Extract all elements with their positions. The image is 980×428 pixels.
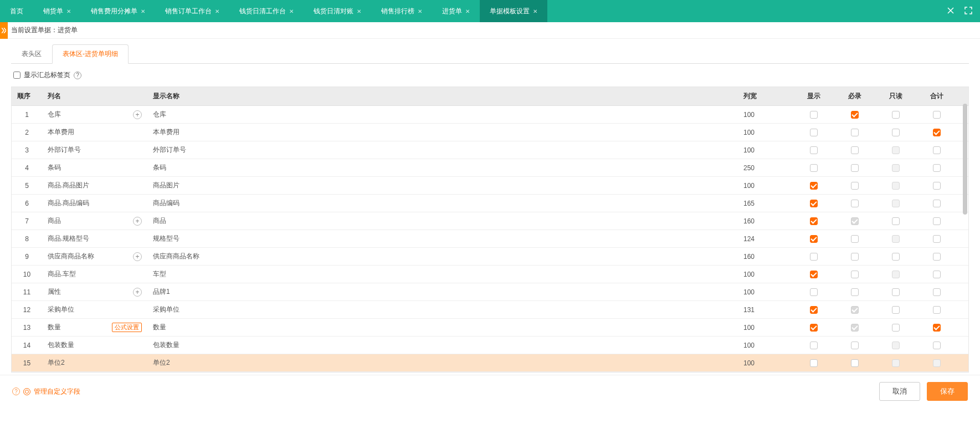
row-width[interactable]: 100 — [738, 124, 793, 141]
chk-show[interactable] — [810, 288, 818, 296]
table-row[interactable]: 10商品.车型车型100 — [12, 266, 968, 283]
table-row[interactable]: 7商品+商品160 — [12, 212, 968, 230]
chk-ro[interactable] — [892, 217, 900, 225]
chk-req[interactable] — [851, 182, 859, 190]
table-scrollbar[interactable] — [963, 104, 967, 215]
chk-show[interactable] — [810, 342, 818, 349]
row-width[interactable]: 100 — [738, 106, 793, 124]
chk-sum[interactable] — [933, 253, 941, 261]
tab-7[interactable]: 进货单✕ — [432, 0, 480, 22]
row-disp[interactable]: 商品编码 — [147, 195, 738, 212]
row-disp[interactable]: 仓库 — [147, 106, 738, 124]
col-width[interactable]: 列宽 — [738, 87, 793, 106]
row-width[interactable]: 131 — [738, 301, 793, 319]
col-disp[interactable]: 显示名称 — [147, 87, 738, 106]
subtab-1[interactable]: 表体区-进货单明细 — [52, 44, 129, 64]
save-button[interactable]: 保存 — [927, 382, 968, 401]
row-disp[interactable]: 外部订单号 — [147, 141, 738, 159]
row-disp[interactable]: 商品 — [147, 212, 738, 230]
chk-sum[interactable] — [933, 235, 941, 243]
chk-show[interactable] — [810, 146, 818, 154]
row-width[interactable]: 100 — [738, 141, 793, 159]
footer-help-icon[interactable]: ? — [12, 388, 20, 395]
chk-show[interactable] — [810, 164, 818, 172]
table-row[interactable]: 13数量公式设置数量100 — [12, 319, 968, 337]
chk-req[interactable] — [851, 253, 859, 261]
row-width[interactable]: 100 — [738, 319, 793, 337]
chk-ro[interactable] — [892, 288, 900, 296]
chk-sum[interactable] — [933, 129, 941, 136]
plus-icon[interactable]: + — [133, 288, 142, 297]
plus-icon[interactable]: + — [133, 217, 142, 226]
table-row[interactable]: 2本单费用本单费用100 — [12, 124, 968, 141]
chk-req[interactable] — [851, 288, 859, 296]
tab-2[interactable]: 销售费用分摊单✕ — [81, 0, 155, 22]
chk-req[interactable] — [851, 235, 859, 243]
tab-3[interactable]: 销售订单工作台✕ — [155, 0, 229, 22]
close-icon[interactable]: ✕ — [418, 8, 422, 14]
row-disp[interactable]: 单位2 — [147, 354, 738, 372]
chk-show[interactable] — [810, 306, 818, 314]
row-width[interactable]: 100 — [738, 177, 793, 195]
chk-sum[interactable] — [933, 324, 941, 332]
chk-ro[interactable] — [892, 253, 900, 261]
chk-show[interactable] — [810, 324, 818, 332]
table-row[interactable]: 3外部订单号外部订单号100 — [12, 141, 968, 159]
close-icon[interactable]: ✕ — [533, 8, 537, 14]
table-row[interactable]: 1仓库+仓库100 — [12, 106, 968, 124]
chk-req[interactable] — [851, 111, 859, 119]
chk-sum[interactable] — [933, 342, 941, 349]
row-disp[interactable]: 供应商商品名称 — [147, 248, 738, 266]
close-icon[interactable]: ✕ — [289, 8, 294, 14]
chk-sum[interactable] — [933, 288, 941, 296]
row-disp[interactable]: 数量 — [147, 319, 738, 337]
chk-show[interactable] — [810, 129, 818, 136]
chk-sum[interactable] — [933, 306, 941, 314]
chk-sum[interactable] — [933, 200, 941, 207]
fullscreen-icon[interactable] — [964, 7, 972, 16]
chk-sum[interactable] — [933, 146, 941, 154]
help-icon[interactable]: ? — [74, 72, 81, 79]
chk-show[interactable] — [810, 253, 818, 261]
close-icon[interactable]: ✕ — [141, 8, 145, 14]
tab-1[interactable]: 销货单✕ — [33, 0, 81, 22]
chk-req[interactable] — [851, 146, 859, 154]
table-row[interactable]: 11属性+品牌1100 — [12, 283, 968, 301]
row-width[interactable]: 100 — [738, 266, 793, 283]
row-disp[interactable]: 条码 — [147, 159, 738, 177]
tab-0[interactable]: 首页 — [0, 0, 33, 22]
row-width[interactable]: 100 — [738, 283, 793, 301]
chk-show[interactable] — [810, 271, 818, 278]
chk-req[interactable] — [851, 342, 859, 349]
tab-5[interactable]: 钱货日清对账✕ — [304, 0, 371, 22]
row-width[interactable]: 100 — [738, 354, 793, 372]
col-ro[interactable]: 只读 — [875, 87, 916, 106]
table-row[interactable]: 9供应商商品名称+供应商商品名称160 — [12, 248, 968, 266]
row-disp[interactable]: 采购单位 — [147, 301, 738, 319]
tab-4[interactable]: 钱货日清工作台✕ — [229, 0, 304, 22]
chk-sum[interactable] — [933, 217, 941, 225]
chk-sum[interactable] — [933, 164, 941, 172]
tab-8[interactable]: 单据模板设置✕ — [480, 0, 547, 22]
row-disp[interactable]: 商品图片 — [147, 177, 738, 195]
expand-handle-icon[interactable] — [0, 22, 8, 39]
row-width[interactable]: 124 — [738, 230, 793, 248]
tab-6[interactable]: 销售排行榜✕ — [371, 0, 432, 22]
row-width[interactable]: 160 — [738, 212, 793, 230]
table-row[interactable]: 14包装数量包装数量100 — [12, 337, 968, 354]
col-seq[interactable]: 顺序 — [12, 87, 42, 106]
plus-icon[interactable]: + — [133, 252, 142, 261]
row-width[interactable]: 250 — [738, 159, 793, 177]
table-row[interactable]: 6商品.商品编码商品编码165 — [12, 195, 968, 212]
plus-icon[interactable]: + — [133, 110, 142, 119]
table-row[interactable]: 8商品.规格型号规格型号124 — [12, 230, 968, 248]
table-row[interactable]: 12采购单位采购单位131 — [12, 301, 968, 319]
chk-show[interactable] — [810, 217, 818, 225]
table-row[interactable]: 5商品.商品图片商品图片100 — [12, 177, 968, 195]
chk-show[interactable] — [810, 182, 818, 190]
row-width[interactable]: 165 — [738, 195, 793, 212]
manage-custom-fields-link[interactable]: 管理自定义字段 — [34, 387, 80, 396]
formula-badge[interactable]: 公式设置 — [112, 323, 142, 332]
chk-ro[interactable] — [892, 111, 900, 119]
close-icon[interactable]: ✕ — [357, 8, 361, 14]
